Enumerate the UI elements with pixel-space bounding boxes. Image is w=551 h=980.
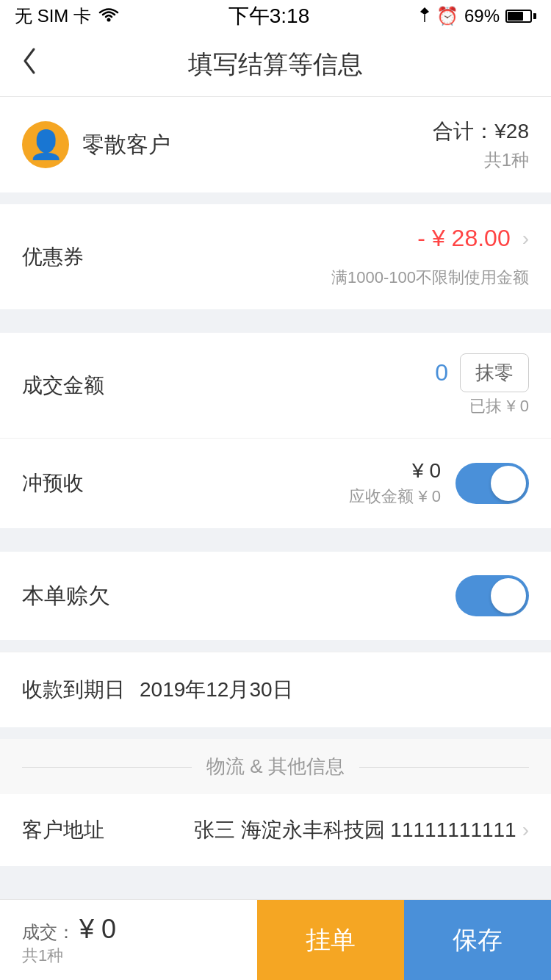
debt-section: 本单赊欠 [0, 552, 551, 640]
nav-bar: 填写结算等信息 [0, 32, 551, 97]
coupon-discount: - ¥ 28.00 [417, 225, 510, 252]
logistics-header: 物流 & 其他信息 [0, 739, 551, 794]
user-icon: 👤 [29, 129, 63, 161]
transaction-section: 成交金额 0 抹零 已抹 ¥ 0 冲预收 ¥ 0 应收金额 ¥ 0 [0, 333, 551, 528]
due-date-section: 收款到期日 2019年12月30日 [0, 652, 551, 727]
coupon-desc: 满1000-100不限制使用金额 [331, 267, 529, 289]
avatar: 👤 [22, 121, 69, 168]
address-section[interactable]: 客户地址 张三 海淀永丰科技园 11111111111 › [0, 794, 551, 866]
due-date-value: 2019年12月30日 [140, 676, 293, 704]
no-sim-text: 无 SIM 卡 [15, 4, 91, 28]
address-right: 张三 海淀永丰科技园 11111111111 › [179, 816, 529, 844]
address-label: 客户地址 [22, 816, 104, 844]
status-bar: 无 SIM 卡 下午3:18 ⏰ 69% [0, 0, 551, 32]
summary-amount: ¥ 0 [79, 914, 116, 945]
status-left: 无 SIM 卡 [15, 4, 119, 28]
coupon-label: 优惠券 [22, 243, 84, 271]
svg-point-0 [107, 18, 111, 22]
prereceive-right: ¥ 0 应收金额 ¥ 0 [349, 459, 529, 508]
customer-section: 👤 零散客户 合计：¥28 共1种 [0, 97, 551, 192]
logistics-text-wrap: 物流 & 其他信息 [192, 754, 359, 779]
customer-name: 零散客户 [82, 130, 170, 160]
toggle-knob [491, 466, 526, 501]
total-count: 共1种 [433, 148, 529, 172]
summary-title: 成交： [22, 920, 75, 944]
prereceive-label: 冲预收 [22, 469, 84, 497]
transaction-label: 成交金额 [22, 372, 104, 400]
divider-1 [0, 321, 551, 333]
battery-percent: 69% [464, 6, 500, 26]
already-rounded: 已抹 ¥ 0 [404, 395, 529, 417]
address-chevron-icon: › [522, 818, 529, 842]
save-button[interactable]: 保存 [404, 900, 551, 981]
coupon-section[interactable]: 优惠券 - ¥ 28.00 › 满1000-100不限制使用金额 [0, 204, 551, 309]
battery-icon [505, 10, 536, 23]
bottom-bar: 成交： ¥ 0 共1种 挂单 保存 [0, 899, 551, 980]
transaction-row: 成交金额 0 抹零 已抹 ¥ 0 [0, 333, 551, 439]
address-value: 张三 海淀永丰科技园 11111111111 [194, 816, 516, 844]
transaction-right: 0 抹零 已抹 ¥ 0 [404, 353, 529, 417]
customer-info: 👤 零散客户 [22, 121, 170, 168]
bottom-summary: 成交： ¥ 0 共1种 [0, 914, 257, 967]
coupon-row[interactable]: 优惠券 - ¥ 28.00 › 满1000-100不限制使用金额 [0, 204, 551, 309]
summary-count: 共1种 [22, 945, 235, 967]
due-date-label: 收款到期日 [22, 676, 125, 704]
debt-label: 本单赊欠 [22, 581, 110, 611]
prereceive-amount: ¥ 0 [349, 459, 441, 483]
customer-total: 合计：¥28 共1种 [433, 118, 529, 172]
divider-3 [0, 727, 551, 739]
coupon-right: - ¥ 28.00 › 满1000-100不限制使用金额 [331, 225, 529, 289]
alarm-icon: ⏰ [436, 6, 458, 26]
transaction-amount[interactable]: 0 [404, 359, 448, 386]
back-button[interactable] [21, 46, 38, 82]
prereceive-amounts: ¥ 0 应收金额 ¥ 0 [349, 459, 441, 508]
status-time: 下午3:18 [228, 2, 310, 30]
logistics-title: 物流 & 其他信息 [206, 755, 345, 777]
wifi-icon [98, 6, 119, 26]
receivable-amount: 应收金额 ¥ 0 [349, 486, 441, 508]
status-right: ⏰ 69% [419, 6, 536, 26]
debt-toggle-knob [491, 578, 526, 613]
location-icon [419, 6, 431, 26]
page-title: 填写结算等信息 [188, 48, 363, 82]
round-zero-button[interactable]: 抹零 [460, 353, 529, 392]
divider-2 [0, 540, 551, 552]
hold-button[interactable]: 挂单 [257, 900, 404, 981]
prereceive-row: 冲预收 ¥ 0 应收金额 ¥ 0 [0, 439, 551, 528]
prereceive-toggle[interactable] [455, 463, 529, 504]
chevron-right-icon: › [522, 227, 529, 251]
total-amount: 合计：¥28 [433, 118, 529, 145]
debt-toggle[interactable] [455, 575, 529, 616]
